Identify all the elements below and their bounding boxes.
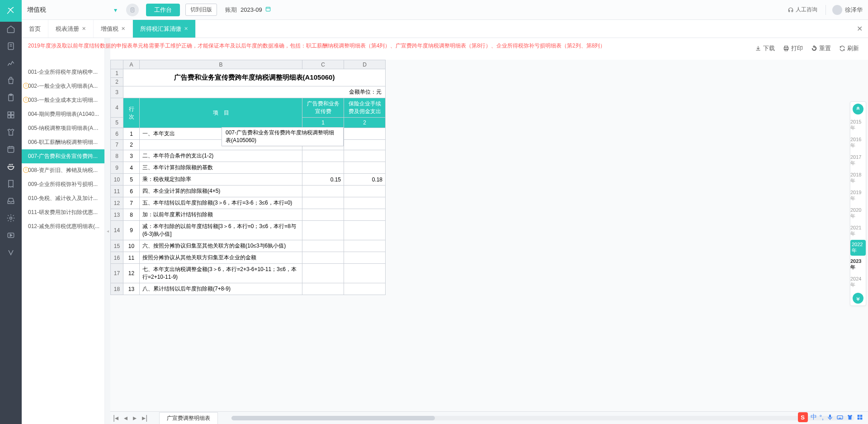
sheet-tab[interactable]: 广宣费调整明细表: [159, 412, 218, 424]
worktable-button[interactable]: 工作台: [146, 4, 180, 16]
old-version-button[interactable]: 切到旧版: [185, 4, 217, 16]
cell-c[interactable]: [302, 252, 344, 264]
year-item[interactable]: 2020年: [850, 205, 866, 222]
sheet-nav-prev[interactable]: ◂: [121, 414, 130, 422]
cell-c[interactable]: [302, 150, 344, 162]
col-header[interactable]: C: [302, 60, 344, 69]
year-item[interactable]: 2019年: [850, 187, 866, 205]
user-block[interactable]: 徐泽华: [826, 5, 863, 15]
form-list-item[interactable]: 005-纳税调整项目明细表(A1...: [22, 121, 104, 135]
tab-0[interactable]: 首页: [22, 20, 48, 38]
circle-doc-icon[interactable]: [126, 4, 139, 16]
year-item[interactable]: 2017年: [850, 152, 866, 169]
year-item[interactable]: 2018年: [850, 169, 866, 187]
form-list-item[interactable]: 001-企业所得税年度纳税申...: [22, 65, 104, 79]
cell-d[interactable]: [344, 264, 386, 283]
cell-d[interactable]: [344, 197, 386, 209]
cell-c[interactable]: [302, 240, 344, 252]
cell-c[interactable]: [302, 221, 344, 240]
cell-c[interactable]: 0.15: [302, 174, 344, 186]
cell-d[interactable]: [344, 162, 386, 174]
horizontal-scrollbar[interactable]: [231, 416, 854, 420]
form-list-item[interactable]: 003-一般企业成本支出明细...: [22, 93, 104, 107]
cell-c[interactable]: [302, 186, 344, 197]
scrollbar-thumb[interactable]: [231, 416, 435, 420]
refresh-button[interactable]: 刷新: [839, 44, 859, 52]
year-item[interactable]: 2016年: [850, 134, 866, 152]
cell-d[interactable]: 0.18: [344, 174, 386, 186]
ime-skin-icon[interactable]: [846, 414, 854, 421]
calendar-icon[interactable]: [6, 145, 15, 154]
cell-c[interactable]: [302, 264, 344, 283]
close-icon[interactable]: ✕: [82, 26, 86, 32]
download-button[interactable]: 下载: [755, 44, 775, 52]
ime-menu-icon[interactable]: [856, 414, 863, 421]
close-icon[interactable]: ✕: [184, 26, 188, 32]
collapse-handle[interactable]: ◂: [105, 38, 110, 424]
col-header[interactable]: B: [140, 60, 302, 69]
receipt-icon[interactable]: [6, 179, 15, 188]
ime-keyboard-icon[interactable]: [836, 414, 844, 421]
spreadsheet[interactable]: A B C D 1广告费和业务宣传费跨年度纳税调整明细表(A105060) 2 …: [110, 60, 868, 411]
calendar-small-icon[interactable]: [265, 6, 271, 14]
cell-d[interactable]: [344, 283, 386, 295]
bag-icon[interactable]: [6, 76, 15, 85]
form-list-item[interactable]: 002-一般企业收入明细表(A...: [22, 79, 104, 93]
tab-1[interactable]: 税表清册✕: [48, 20, 94, 38]
form-list-item[interactable]: 012-减免所得税优惠明细表(...: [22, 219, 104, 233]
grid-icon[interactable]: [6, 110, 15, 119]
year-down-button[interactable]: [853, 293, 863, 304]
year-item[interactable]: 2024年: [850, 273, 866, 291]
home-icon[interactable]: [6, 24, 15, 33]
period-value[interactable]: 2023-09: [241, 6, 262, 13]
ime-lang[interactable]: 中: [811, 413, 817, 421]
inbox-icon[interactable]: [6, 196, 15, 205]
tab-3[interactable]: 所得税汇算清缴✕: [133, 20, 196, 38]
form-list-item[interactable]: 004-期间费用明细表(A1040...: [22, 107, 104, 121]
consult-link[interactable]: 人工咨询: [788, 6, 817, 14]
cell-c[interactable]: [302, 162, 344, 174]
col-header[interactable]: A: [123, 60, 140, 69]
clipboard-icon[interactable]: [6, 93, 15, 102]
cell-d[interactable]: [344, 221, 386, 240]
form-list-item[interactable]: 009-企业所得税弥补亏损明...: [22, 177, 104, 191]
ime-mic-icon[interactable]: [826, 414, 834, 421]
year-item[interactable]: 2022年: [850, 240, 866, 256]
chart-icon[interactable]: [6, 59, 15, 68]
col-header[interactable]: D: [344, 60, 386, 69]
tab-2[interactable]: 增值税✕: [94, 20, 133, 38]
reset-button[interactable]: 重置: [811, 44, 831, 52]
gear-icon[interactable]: [6, 214, 15, 223]
cell-d[interactable]: [344, 240, 386, 252]
close-all-tabs[interactable]: ✕: [851, 20, 868, 38]
form-list-item[interactable]: 008-资产折旧、摊销及纳税...: [22, 163, 104, 177]
form-list-item[interactable]: 010-免税、减计收入及加计...: [22, 191, 104, 205]
ime-badge-icon[interactable]: S: [798, 412, 808, 422]
cell-d[interactable]: [344, 252, 386, 264]
form-list-item[interactable]: 006-职工薪酬纳税调整明细...: [22, 135, 104, 149]
doc-icon[interactable]: [6, 42, 15, 51]
cell-d[interactable]: [344, 128, 386, 140]
v-icon[interactable]: [6, 248, 15, 257]
cell-d[interactable]: [344, 186, 386, 197]
print-button[interactable]: 打印: [783, 44, 803, 52]
year-item[interactable]: 2021年: [850, 222, 866, 240]
cell-d[interactable]: [344, 209, 386, 221]
cell-c[interactable]: [302, 209, 344, 221]
cell-c[interactable]: [302, 197, 344, 209]
form-list-item[interactable]: 007-广告费和业务宣传费跨...: [22, 149, 104, 163]
year-up-button[interactable]: [853, 104, 863, 114]
cell-d[interactable]: [344, 150, 386, 162]
cell-c[interactable]: [302, 283, 344, 295]
sheet-nav-next[interactable]: ▸: [130, 414, 139, 422]
year-item[interactable]: 2023年: [850, 256, 866, 273]
bowl-icon[interactable]: [6, 162, 15, 171]
year-item[interactable]: 2015年: [850, 116, 866, 134]
company-selector[interactable]: 增值税 ▾: [27, 6, 117, 14]
sheet-nav-first[interactable]: |◂: [110, 414, 121, 422]
sheet-nav-last[interactable]: ▸|: [139, 414, 150, 422]
ime-punct-icon[interactable]: °,: [820, 414, 824, 421]
cell-d[interactable]: [344, 140, 386, 150]
close-icon[interactable]: ✕: [121, 26, 125, 32]
shirt-icon[interactable]: [6, 128, 15, 137]
